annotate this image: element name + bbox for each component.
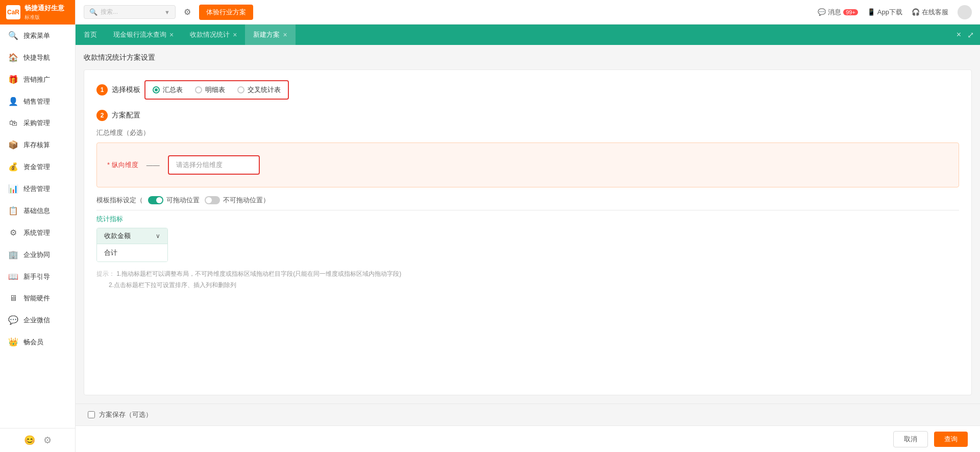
radio-summary[interactable]: 汇总表 [153, 85, 183, 94]
app-name: 畅捷通好生意 [24, 4, 64, 13]
sidebar-item-inventory[interactable]: 📦 库存核算 [0, 134, 75, 156]
sidebar-item-member[interactable]: 👑 畅会员 [0, 331, 75, 353]
vertical-dim-label: 纵向维度 [107, 160, 138, 170]
metrics-section: 模板指标设定（ 可拖动位置 不可拖动位置） [96, 196, 959, 291]
sidebar-label-marketing: 营销推广 [23, 75, 50, 84]
sidebar-label-wechat: 企业微信 [23, 316, 50, 325]
sidebar: CaR 畅捷通好生意 标准版 🔍 搜索菜单 🏠 快捷导航 🎁 营销推广 👤 销售… [0, 0, 76, 452]
metrics-table-area: 统计指标 收款金额 ∨ 合计 [96, 215, 959, 264]
logo-icon: CaR [6, 5, 20, 19]
query-button[interactable]: 查询 [934, 432, 968, 447]
tabs-right-controls: × ⤢ [950, 25, 980, 45]
tab-expand-icon[interactable]: ⤢ [967, 30, 974, 40]
tab-bank[interactable]: 现金银行流水查询 × [105, 25, 182, 45]
bag-icon: 🛍 [8, 118, 18, 128]
online-service-item[interactable]: 🎧 在线客服 [912, 8, 948, 17]
sidebar-item-basic-info[interactable]: 📋 基础信息 [0, 200, 75, 222]
top-header: 🔍 搜索... ▼ ⚙ 体验行业方案 💬 消息 99+ 📱 App下载 🎧 在线… [76, 0, 980, 25]
sidebar-item-finance[interactable]: 💰 资金管理 [0, 156, 75, 178]
main-card: 1 选择模板 汇总表 明细表 [84, 69, 972, 395]
tips-title: 提示： [96, 270, 115, 277]
step2-section: 2 方案配置 汇总维度（必选） 纵向维度 —— 请选择分组维度 [96, 110, 959, 291]
non-draggable-toggle[interactable]: 不可拖动位置） [205, 196, 270, 205]
metrics-divider [96, 210, 959, 210]
step1-header: 1 选择模板 汇总表 明细表 [96, 80, 959, 100]
sidebar-label-finance: 资金管理 [23, 162, 50, 172]
header-right-area: 💬 消息 99+ 📱 App下载 🎧 在线客服 [818, 5, 972, 19]
service-label: 在线客服 [922, 8, 948, 17]
step2-header: 2 方案配置 [96, 110, 959, 121]
draggable-toggle[interactable]: 可拖动位置 [148, 196, 200, 205]
sidebar-item-hardware[interactable]: 🖥 智能硬件 [0, 288, 75, 309]
search-icon-small: 🔍 [89, 8, 97, 16]
sidebar-item-search[interactable]: 🔍 搜索菜单 [0, 25, 75, 46]
metrics-table-cell: 合计 [97, 244, 167, 261]
doc-icon: 📋 [8, 206, 18, 216]
sidebar-item-operations[interactable]: 📊 经营管理 [0, 178, 75, 200]
sidebar-label-inventory: 库存核算 [23, 140, 50, 150]
sidebar-item-guide[interactable]: 📖 新手引导 [0, 266, 75, 288]
dimension-area: 纵向维度 —— 请选择分组维度 [96, 142, 959, 187]
step1-title: 选择模板 [112, 85, 140, 94]
notification-icon: 💬 [818, 8, 826, 16]
trial-industry-button[interactable]: 体验行业方案 [199, 5, 253, 20]
user-icon: 👤 [8, 97, 18, 106]
tab-receipt[interactable]: 收款情况统计 × [182, 25, 245, 45]
building-icon: 🏢 [8, 250, 18, 259]
toggle-track-on[interactable] [148, 196, 163, 204]
sidebar-item-system[interactable]: ⚙ 系统管理 [0, 222, 75, 244]
sidebar-bottom-icon-right[interactable]: ⚙ [43, 435, 52, 446]
sidebar-item-quick-nav[interactable]: 🏠 快捷导航 [0, 46, 75, 68]
sidebar-logo: CaR 畅捷通好生意 标准版 [0, 0, 75, 25]
step1-num: 1 [96, 84, 108, 96]
metrics-col-chevron[interactable]: ∨ [156, 232, 160, 240]
tab-home[interactable]: 首页 [76, 25, 105, 45]
sidebar-item-marketing[interactable]: 🎁 营销推广 [0, 68, 75, 90]
tab-new-plan[interactable]: 新建方案 × [245, 25, 295, 45]
metrics-table: 收款金额 ∨ 合计 [96, 228, 168, 262]
dim-select-box[interactable]: 请选择分组维度 [168, 155, 260, 175]
toggle-track-off[interactable] [205, 196, 220, 204]
book-icon: 📖 [8, 272, 18, 281]
sidebar-label-operations: 经营管理 [23, 184, 50, 194]
sidebar-bottom-icon-left[interactable]: 😊 [24, 435, 35, 446]
sidebar-item-enterprise[interactable]: 🏢 企业协同 [0, 244, 75, 266]
chart-icon: 📊 [8, 184, 18, 194]
step2-title: 方案配置 [112, 111, 140, 120]
tab-close-all-icon[interactable]: × [957, 30, 961, 39]
notification-item[interactable]: 💬 消息 99+ [818, 8, 858, 17]
radio-cross-circle [237, 86, 244, 93]
sidebar-item-sales[interactable]: 👤 销售管理 [0, 90, 75, 112]
metrics-header-row: 模板指标设定（ 可拖动位置 不可拖动位置） [96, 196, 959, 205]
sidebar-label-guide: 新手引导 [23, 272, 50, 281]
tab-receipt-label: 收款情况统计 [190, 30, 230, 39]
user-avatar[interactable] [958, 5, 972, 19]
home-icon: 🏠 [8, 53, 18, 62]
non-draggable-label: 不可拖动位置） [223, 196, 270, 205]
gift-icon: 🎁 [8, 75, 18, 84]
sidebar-item-purchase[interactable]: 🛍 采购管理 [0, 112, 75, 134]
content-area: 收款情况统计方案设置 1 选择模板 汇总表 [76, 45, 980, 403]
tab-bank-close[interactable]: × [169, 31, 174, 39]
header-search-bar[interactable]: 🔍 搜索... ▼ [84, 5, 176, 19]
sidebar-item-wechat[interactable]: 💬 企业微信 [0, 309, 75, 331]
tabs-spacer [296, 25, 950, 45]
tab-receipt-close[interactable]: × [233, 31, 237, 39]
radio-detail[interactable]: 明细表 [195, 85, 225, 94]
toggle-thumb-on [156, 197, 162, 203]
tips-text-2: 2.点击标题栏下拉可设置排序、插入列和删除列 [109, 281, 236, 289]
app-edition: 标准版 [24, 14, 64, 21]
sidebar-label-quick-nav: 快捷导航 [23, 53, 50, 62]
search-dropdown-arrow[interactable]: ▼ [164, 9, 170, 15]
sidebar-label-purchase: 采购管理 [23, 118, 50, 128]
radio-cross[interactable]: 交叉统计表 [237, 85, 281, 94]
tab-new-plan-close[interactable]: × [283, 31, 287, 39]
cancel-button[interactable]: 取消 [893, 431, 928, 447]
template-radio-group: 汇总表 明细表 交叉统计表 [144, 80, 289, 100]
settings-gear-icon[interactable]: ⚙ [184, 7, 191, 17]
app-download-item[interactable]: 📱 App下载 [867, 8, 902, 17]
save-label: 方案保存（可选） [99, 410, 152, 419]
sidebar-label-member: 畅会员 [23, 338, 43, 347]
notification-badge: 99+ [843, 9, 858, 15]
save-checkbox[interactable] [88, 411, 95, 418]
